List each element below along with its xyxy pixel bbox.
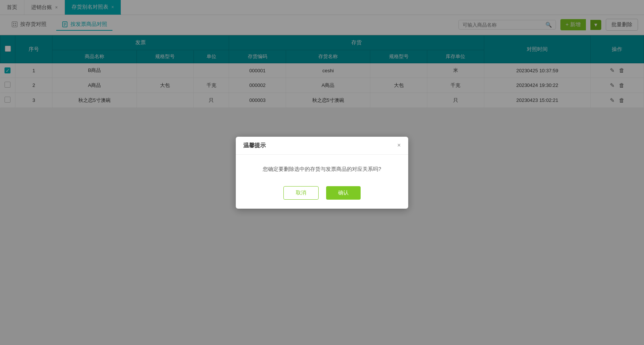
modal-overlay: 温馨提示 × 您确定要删除选中的存货与发票商品的对应关系吗? 取消 确认 — [0, 0, 644, 108]
